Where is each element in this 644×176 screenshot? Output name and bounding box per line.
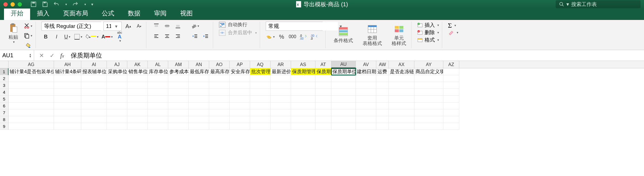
cell-AR1[interactable]: 最新进价 [271,68,291,75]
cell-AR2[interactable] [271,75,291,82]
col-header-AZ[interactable]: AZ [443,61,459,68]
cell-AW1[interactable]: 运费 [376,68,389,75]
increase-decimal-button[interactable]: .0.00 [299,32,308,41]
cell-AO2[interactable] [209,75,230,82]
cell-AV9[interactable] [356,123,376,130]
cell-AK8[interactable] [127,116,148,123]
autosave-icon[interactable] [30,1,37,7]
cell-AX2[interactable] [389,75,414,82]
phonetic-button[interactable]: abcA▾ [115,32,124,41]
fx-icon[interactable]: fx [60,52,64,59]
col-header-AK[interactable]: AK [127,61,148,68]
close-window-button[interactable] [3,2,8,7]
cell-AZ1[interactable] [443,68,459,75]
cell-AI5[interactable] [81,96,107,103]
cell-AY4[interactable] [414,89,443,96]
cell-AX1[interactable]: 是否走冻链 [389,68,414,75]
cell-AM8[interactable] [168,116,189,123]
format-as-table-button[interactable]: 套用 表格格式 [360,22,384,47]
cell-AN8[interactable] [189,116,209,123]
cell-AX4[interactable] [389,89,414,96]
cell-AQ6[interactable] [250,103,271,109]
cell-AI6[interactable] [81,103,107,109]
cell-AO4[interactable] [209,89,230,96]
merge-center-button[interactable]: 合并后居中 ▾ [219,30,257,36]
cell-AM6[interactable] [168,103,189,109]
cell-AJ1[interactable]: 采购单位 [107,68,127,75]
cell-AQ1[interactable]: 批次管理 [250,68,271,75]
cell-AH8[interactable] [54,116,81,123]
font-size-dropdown[interactable]: ▾ [103,22,122,31]
col-header-AS[interactable]: AS [291,61,315,68]
cell-AS1[interactable]: 保质期管理 [291,68,315,75]
cell-AX7[interactable] [389,109,414,116]
cell-AX6[interactable] [389,103,414,109]
font-name-input[interactable] [42,22,114,30]
cell-AG7[interactable] [9,109,54,116]
cell-AH4[interactable] [54,89,81,96]
col-header-AY[interactable]: AY [414,61,443,68]
col-header-AT[interactable]: AT [315,61,331,68]
cell-AJ8[interactable] [107,116,127,123]
cell-AO3[interactable] [209,82,230,89]
cell-styles-button[interactable]: 单元 格样式 [389,22,408,47]
cell-AI1[interactable]: 报表辅单位 [81,68,107,75]
cell-AW7[interactable] [376,109,389,116]
align-bottom-button[interactable] [174,22,182,30]
cell-AO9[interactable] [209,123,230,130]
minimize-window-button[interactable] [11,2,15,7]
cell-AZ3[interactable] [443,82,459,89]
font-size-input[interactable] [104,22,113,30]
cell-AP5[interactable] [230,96,250,103]
formula-input[interactable] [69,52,644,59]
cell-AX9[interactable] [389,123,414,130]
cell-AN2[interactable] [189,75,209,82]
align-top-button[interactable] [152,22,161,30]
cell-AW5[interactable] [376,96,389,103]
cell-AR7[interactable] [271,109,291,116]
bold-button[interactable]: B [41,32,50,41]
cell-AU1[interactable]: 保质期单位 [331,68,356,75]
cell-AV3[interactable] [356,82,376,89]
cell-AK3[interactable] [127,82,148,89]
row-header-7[interactable]: 7 [0,109,9,116]
tab-公式[interactable]: 公式 [95,7,121,20]
cell-AY1[interactable]: 商品自定义项 [414,68,443,75]
cell-AZ7[interactable] [443,109,459,116]
number-format-dropdown[interactable]: ▾ [266,22,323,31]
cell-AN1[interactable]: 最低库存 [189,68,209,75]
cell-AJ6[interactable] [107,103,127,109]
autosum-button[interactable]: Σ▾ [448,22,458,29]
cell-AL5[interactable] [148,96,168,103]
cell-AZ4[interactable] [443,89,459,96]
col-header-AR[interactable]: AR [271,61,291,68]
cell-AI9[interactable] [81,123,107,130]
cell-AU5[interactable] [331,96,356,103]
cell-AL1[interactable]: 库存单位 [148,68,168,75]
tab-插入[interactable]: 插入 [30,7,56,20]
cell-AZ9[interactable] [443,123,459,130]
cell-AW8[interactable] [376,116,389,123]
col-header-AI[interactable]: AI [81,61,107,68]
cell-AG6[interactable] [9,103,54,109]
search-sheet-box[interactable]: ▾ [556,0,641,8]
increase-indent-button[interactable] [201,32,210,40]
cell-AM7[interactable] [168,109,189,116]
cell-AG8[interactable] [9,116,54,123]
cell-AK9[interactable] [127,123,148,130]
cell-AU4[interactable] [331,89,356,96]
cell-AK5[interactable] [127,96,148,103]
fill-color-button[interactable]: ▾ [85,32,99,41]
row-header-3[interactable]: 3 [0,82,9,89]
cell-AY3[interactable] [414,82,443,89]
cell-AZ6[interactable] [443,103,459,109]
tab-开始[interactable]: 开始 [4,7,30,20]
cell-AH5[interactable] [54,96,81,103]
cell-AT8[interactable] [315,116,331,123]
cell-AN6[interactable] [189,103,209,109]
cell-AY2[interactable] [414,75,443,82]
cell-AT5[interactable] [315,96,331,103]
cell-AJ4[interactable] [107,89,127,96]
cell-AW4[interactable] [376,89,389,96]
cell-AU3[interactable] [331,82,356,89]
